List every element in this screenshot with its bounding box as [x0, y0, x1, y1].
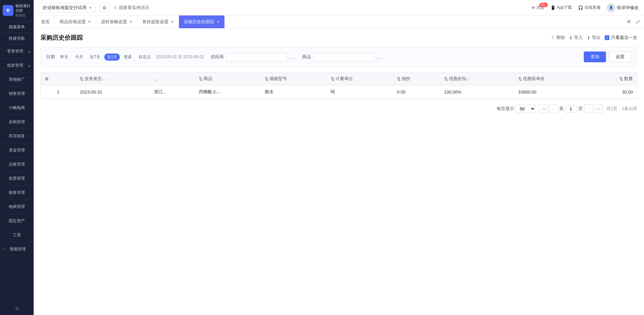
tab-history_price[interactable]: 采购历史价跟踪✕	[179, 15, 225, 28]
sidebar-settings[interactable]: ⚙	[0, 302, 34, 315]
page-size-label: 每页显示	[497, 106, 514, 112]
message-icon: ✉	[532, 5, 535, 10]
checkbox-icon: ✓	[605, 35, 609, 40]
filter-settings-button[interactable]: 设置	[609, 51, 632, 62]
date-label: 日期	[46, 54, 55, 60]
query-button[interactable]: 查询	[584, 51, 606, 62]
expand-btn[interactable]: ⤢	[634, 18, 641, 26]
app-download-btn[interactable]: 📱 App下载	[550, 5, 572, 10]
prev-page-btn[interactable]: ‹	[549, 104, 558, 113]
date-option-last1m[interactable]: 近1月	[104, 54, 120, 61]
topbar-settings-icon[interactable]: ⚙	[100, 3, 109, 12]
th-gear[interactable]: ⚙	[41, 72, 53, 85]
supplier-more[interactable]: ...	[288, 54, 295, 61]
sidebar-item-ledger[interactable]: 总账管理	[0, 158, 34, 172]
main-wrapper: 好业财标准版交付试用 ▼ ⚙ ◎ 我要看实例演示 ✉ 消息 99+ 📱 App下…	[34, 0, 644, 315]
product-more[interactable]: ...	[375, 54, 383, 61]
messages-btn[interactable]: ✉ 消息 99+	[532, 5, 544, 10]
th-more1[interactable]: ...	[150, 72, 195, 85]
sidebar-item-assets[interactable]: 固定资产	[0, 214, 34, 228]
th-pre-discount-price[interactable]: ⇅ 优惠前单价	[514, 72, 590, 85]
cell-quote: 0.00	[393, 85, 440, 99]
sidebar-item-tax[interactable]: 税务管理	[0, 186, 34, 200]
online-support-btn[interactable]: 🎧 在线客服	[578, 5, 601, 10]
th-discount[interactable]: ⇅ 优惠折扣...	[440, 72, 514, 85]
version-selector[interactable]: 好业财标准版交付试用 ▼	[39, 3, 96, 12]
tab-close-price[interactable]: ✕	[88, 20, 91, 24]
date-range: 2023-05-02 至 2023-06-02	[156, 54, 204, 60]
date-filter-group: 日期 昨天 今天 近7天 近1月 更多 自定义 2023-05-02 至 202…	[46, 54, 204, 61]
help-btn[interactable]: ？ 帮助	[550, 35, 565, 41]
sidebar-item-ecommerce_small[interactable]: 小畅电商	[0, 101, 34, 115]
date-option-custom[interactable]: 自定义	[136, 54, 153, 61]
th-unit[interactable]: ⇅ 计量单位	[327, 72, 393, 85]
th-quote[interactable]: ⇅ 报价	[393, 72, 440, 85]
demo-link[interactable]: ◎ 我要看实例演示	[113, 5, 149, 11]
date-option-last7[interactable]: 近7天	[87, 54, 103, 61]
product-label: 商品	[302, 54, 311, 60]
sidebar-item-sales[interactable]: 销售管理	[0, 87, 34, 101]
supplier-input[interactable]	[226, 53, 287, 61]
tab-label-price: 商品价格设置	[60, 19, 86, 25]
sidebar-item-inventory[interactable]: 库存核算	[0, 129, 34, 143]
next-page-btn[interactable]: ›	[584, 104, 593, 113]
help-label: 帮助	[556, 35, 565, 41]
tab-purchase_strategy[interactable]: 进价策略设置✕	[96, 15, 138, 28]
topbar-right: ✉ 消息 99+ 📱 App下载 🎧 在线客服 👤 徐泽华修改	[532, 3, 639, 12]
tab-sale_price[interactable]: 售价提取设置✕	[138, 15, 179, 28]
sidebar-item-label-payroll: 工资	[3, 232, 31, 238]
th-product[interactable]: ⇅ 商品	[195, 72, 261, 85]
date-option-more[interactable]: 更多	[121, 54, 135, 61]
product-input[interactable]	[314, 53, 374, 61]
th-bizdate[interactable]: ⇅ 业务发生...	[76, 72, 150, 85]
sidebar-item-ecommerce[interactable]: 电商管理	[0, 200, 34, 214]
date-option-yesterday[interactable]: 昨天	[58, 54, 71, 61]
tab-label-history_price: 采购历史价跟踪	[184, 19, 214, 25]
sidebar-quicknav[interactable]: 快捷导航	[0, 33, 34, 44]
sidebar-item-smart[interactable]: 智能管理	[0, 242, 34, 256]
tab-close-purchase_strategy[interactable]: ✕	[129, 20, 133, 24]
page-size-dropdown[interactable]: 50 100 200	[515, 105, 536, 113]
tab-price[interactable]: 商品价格设置✕	[55, 15, 96, 28]
tab-home[interactable]: 首页	[36, 15, 55, 28]
page-input[interactable]	[565, 105, 577, 113]
page-inner: 采购历史价跟踪 ？ 帮助 ⬇ 导入 ⬆ 导出 ✓	[34, 28, 644, 315]
export-btn[interactable]: ⬆ 导出	[587, 35, 601, 41]
close-all-btn[interactable]: ✕	[625, 18, 632, 26]
cell-unit: 吨	[327, 85, 393, 99]
first-page-btn[interactable]: ⏮	[539, 104, 548, 113]
topbar: 好业财标准版交付试用 ▼ ⚙ ◎ 我要看实例演示 ✉ 消息 99+ 📱 App下…	[34, 0, 644, 15]
sidebar-item-finance[interactable]: 资金管理	[0, 143, 34, 158]
table-wrapper: ⚙ ⇅ 业务发生... ... ⇅	[40, 72, 637, 99]
filter-actions: 查询 设置	[584, 51, 632, 62]
sidebar-items: 零售管理 ▲ 批发管理 ▲ 营销推广 销售管理 小畅电商 采购管理 库存核算 资…	[0, 44, 34, 256]
th-spec[interactable]: ⇅ 规格型号	[261, 72, 327, 85]
tab-close-history_price[interactable]: ✕	[216, 20, 220, 24]
table-body: 1 2023-05-31 浙江... 丙烯酸-2-... 散水 吨 0.00 1…	[41, 85, 637, 99]
table-row[interactable]: 1 2023-05-31 浙江... 丙烯酸-2-... 散水 吨 0.00 1…	[41, 85, 637, 99]
sidebar-item-invoice[interactable]: 发票管理	[0, 172, 34, 186]
th-qty[interactable]: ⇅ 数量	[590, 72, 637, 85]
user-menu[interactable]: 👤 徐泽华修改	[607, 3, 639, 12]
import-btn[interactable]: ⬇ 导入	[569, 35, 583, 41]
sidebar-item-label-finance: 资金管理	[3, 147, 31, 153]
sidebar-item-payroll[interactable]: 工资	[0, 228, 34, 242]
sidebar-item-arrow-wholesale: ▲	[28, 64, 31, 67]
sidebar-search[interactable]: 搜索菜单	[0, 22, 34, 33]
th-index	[53, 72, 76, 85]
import-icon: ⬇	[569, 35, 573, 40]
last-page-btn[interactable]: ⏭	[594, 104, 603, 113]
sidebar-item-marketing[interactable]: 营销推广	[0, 73, 34, 87]
sidebar-item-purchase[interactable]: 采购管理	[0, 115, 34, 129]
sidebar-item-retail[interactable]: 零售管理 ▲	[0, 44, 34, 59]
table-header-row: ⚙ ⇅ 业务发生... ... ⇅	[41, 72, 637, 85]
logo-text: 畅捷通好业财 标准版	[15, 3, 31, 18]
only-last-label: 只看最后一次	[611, 35, 637, 41]
page-nav: ⏮ ‹ 第 页 › ⏭	[539, 104, 603, 113]
only-last-checkbox[interactable]: ✓ 只看最后一次	[605, 35, 637, 41]
date-option-today[interactable]: 今天	[72, 54, 86, 61]
tab-close-sale_price[interactable]: ✕	[171, 20, 174, 24]
supplier-label: 供应商	[211, 54, 224, 60]
sidebar-item-wholesale[interactable]: 批发管理 ▲	[0, 59, 34, 73]
cell-index: 1	[53, 85, 76, 99]
